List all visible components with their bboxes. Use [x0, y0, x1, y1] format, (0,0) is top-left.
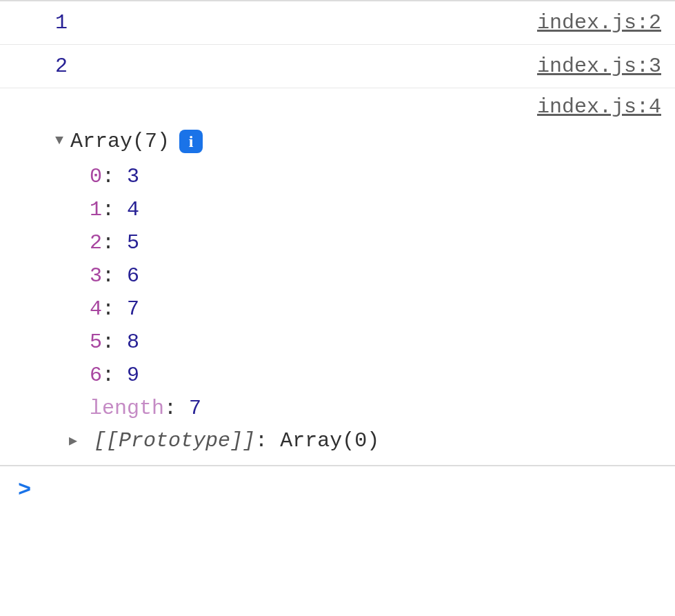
array-entry: 2: 5: [90, 226, 661, 259]
object-header-row: ▼ Array(7) i index.js:4: [55, 95, 661, 153]
length-entry: length: 7: [90, 392, 661, 425]
entry-value: 9: [127, 364, 139, 387]
console-output: 1 index.js:2 2 index.js:3 ▼ Array(7) i i…: [0, 0, 675, 514]
entry-value: 6: [127, 264, 139, 288]
entry-index: 2: [90, 231, 102, 255]
length-key: length: [90, 397, 164, 420]
console-log-row: 2 index.js:3: [0, 45, 675, 88]
object-expand-toggle[interactable]: ▼ Array(7) i: [55, 130, 203, 153]
entry-value: 8: [127, 330, 139, 354]
array-entry: 4: 7: [90, 292, 661, 326]
entry-index: 3: [90, 264, 102, 288]
entry-value: 7: [127, 297, 139, 321]
entry-value: 4: [127, 198, 139, 221]
info-icon[interactable]: i: [179, 130, 203, 153]
array-entry: 0: 3: [90, 160, 661, 193]
entry-index: 4: [90, 297, 102, 321]
log-value: 1: [55, 11, 68, 34]
entry-index: 5: [90, 330, 102, 354]
log-value: 2: [55, 54, 68, 78]
object-entries: 0: 3 1: 4 2: 5 3: 6 4: 7 5: 8 6: 9 lengt…: [90, 160, 661, 425]
prompt-caret-icon: >: [18, 477, 31, 503]
console-object-row: ▼ Array(7) i index.js:4 0: 3 1: 4 2: 5 3…: [0, 88, 675, 466]
prototype-value: Array(0): [280, 429, 379, 453]
object-summary: Array(7): [70, 130, 170, 153]
prototype-expand-toggle[interactable]: ▶ [[Prototype]]: Array(0): [69, 429, 661, 453]
entry-index: 6: [90, 364, 102, 387]
source-link[interactable]: index.js:3: [537, 54, 661, 78]
array-entry: 5: 8: [90, 326, 661, 359]
array-entry: 3: 6: [90, 259, 661, 292]
console-log-row: 1 index.js:2: [0, 0, 675, 45]
length-value: 7: [189, 397, 201, 420]
array-entry: 1: 4: [90, 193, 661, 226]
entry-value: 5: [127, 231, 139, 255]
source-link[interactable]: index.js:4: [537, 95, 661, 119]
source-link[interactable]: index.js:2: [537, 11, 661, 34]
console-input-row[interactable]: >: [0, 466, 675, 514]
array-entry: 6: 9: [90, 359, 661, 392]
chevron-right-icon: ▶: [69, 432, 77, 449]
entry-index: 0: [90, 165, 102, 188]
prototype-key: [[Prototype]]: [94, 429, 255, 453]
entry-value: 3: [127, 165, 139, 188]
entry-index: 1: [90, 198, 102, 221]
chevron-down-icon: ▼: [55, 132, 63, 148]
